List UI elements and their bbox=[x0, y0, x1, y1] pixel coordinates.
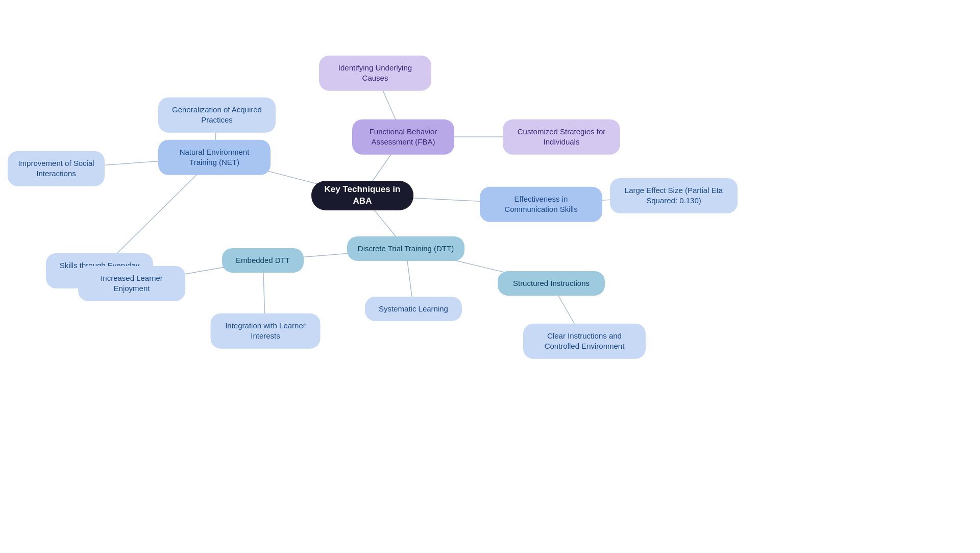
node-customized: Customized Strategies for Individuals bbox=[503, 119, 620, 155]
node-net: Natural Environment Training (NET) bbox=[158, 140, 271, 175]
center-node: Key Techniques in ABA bbox=[311, 181, 413, 210]
node-identifying: Identifying Underlying Causes bbox=[319, 56, 431, 91]
node-embedded-dtt: Embedded DTT bbox=[222, 248, 304, 273]
mind-map-container: Key Techniques in ABANatural Environment… bbox=[0, 0, 980, 553]
node-improvement: Improvement of Social Interactions bbox=[8, 151, 105, 186]
node-generalization: Generalization of Acquired Practices bbox=[158, 98, 276, 133]
node-effectiveness: Effectiveness in Communication Skills bbox=[480, 187, 602, 222]
node-increased-enjoyment: Increased Learner Enjoyment bbox=[78, 266, 185, 301]
node-large-effect: Large Effect Size (Partial Eta Squared: … bbox=[610, 178, 738, 213]
node-clear-instructions: Clear Instructions and Controlled Enviro… bbox=[523, 324, 646, 359]
node-structured: Structured Instructions bbox=[498, 271, 605, 296]
node-fba: Functional Behavior Assessment (FBA) bbox=[352, 119, 454, 155]
node-systematic: Systematic Learning bbox=[365, 297, 462, 321]
node-integration: Integration with Learner Interests bbox=[211, 314, 321, 349]
node-dtt: Discrete Trial Training (DTT) bbox=[347, 236, 464, 261]
